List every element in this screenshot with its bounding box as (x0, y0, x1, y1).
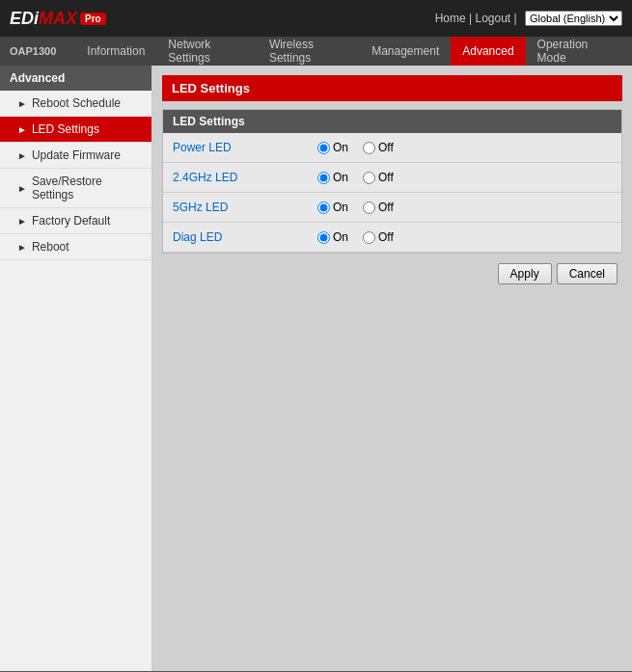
ghz5-led-off-label[interactable]: Off (363, 201, 394, 214)
sidebar-item-update-firmware[interactable]: ► Update Firmware (0, 143, 151, 169)
header: EDiMAX Pro Home | Logout | Global (Engli… (0, 0, 632, 37)
apply-button[interactable]: Apply (498, 263, 552, 284)
power-led-off-radio[interactable] (363, 142, 375, 154)
table-row: 5GHz LED On Off (163, 193, 621, 223)
arrow-icon: ► (17, 183, 27, 194)
section-title: LED Settings (163, 110, 621, 133)
ghz24-led-on-radio[interactable] (317, 172, 330, 184)
table-row: Power LED On Off (163, 133, 621, 163)
ghz24-led-label: 2.4GHz LED (163, 163, 308, 193)
home-link[interactable]: Home (435, 12, 466, 25)
nav-wireless-settings[interactable]: Wireless Settings (258, 37, 360, 66)
table-row: Diag LED On Off (163, 223, 621, 253)
led-settings-box: LED Settings Power LED On Off (162, 109, 622, 254)
power-led-on-label[interactable]: On (317, 141, 348, 154)
header-links: Home | Logout | Global (English) (435, 11, 622, 26)
diag-led-label: Diag LED (163, 223, 308, 253)
cancel-button[interactable]: Cancel (557, 263, 618, 284)
sidebar-item-reboot[interactable]: ► Reboot (0, 234, 151, 260)
ghz5-led-off-radio[interactable] (363, 202, 375, 214)
ghz24-led-off-label[interactable]: Off (363, 171, 394, 184)
action-row: Apply Cancel (162, 263, 622, 284)
arrow-icon: ► (17, 150, 27, 161)
page-title: LED Settings (162, 75, 622, 101)
diag-led-off-radio[interactable] (363, 231, 375, 244)
sidebar: Advanced ► Reboot Schedule ► LED Setting… (0, 66, 152, 671)
nav-management[interactable]: Management (360, 37, 451, 66)
sidebar-item-led-settings[interactable]: ► LED Settings (0, 117, 151, 143)
ghz5-led-controls: On Off (308, 193, 621, 223)
logo-edimax: EDiMAX (10, 9, 77, 29)
ghz5-led-on-label[interactable]: On (317, 201, 348, 214)
content-area: LED Settings LED Settings Power LED On O… (152, 66, 632, 671)
arrow-icon: ► (17, 124, 27, 135)
diag-led-controls: On Off (308, 223, 621, 253)
diag-led-on-label[interactable]: On (317, 230, 348, 244)
ghz5-led-on-radio[interactable] (317, 202, 330, 214)
led-table: Power LED On Off 2.4GHz LED (163, 133, 621, 253)
ghz24-led-on-label[interactable]: On (317, 171, 348, 184)
sidebar-item-save-restore[interactable]: ► Save/Restore Settings (0, 169, 151, 208)
logo: EDiMAX Pro (10, 9, 106, 29)
device-name: OAP1300 (10, 45, 56, 57)
arrow-icon: ► (17, 242, 27, 253)
main: Advanced ► Reboot Schedule ► LED Setting… (0, 66, 632, 671)
power-led-controls: On Off (308, 133, 621, 163)
power-led-off-label[interactable]: Off (363, 141, 394, 154)
nav-advanced[interactable]: Advanced (451, 37, 525, 66)
nav-network-settings[interactable]: Network Settings (156, 37, 258, 66)
arrow-icon: ► (17, 98, 27, 109)
sidebar-header: Advanced (0, 66, 151, 91)
power-led-on-radio[interactable] (317, 142, 330, 154)
arrow-icon: ► (17, 216, 27, 227)
nav-operation-mode[interactable]: Operation Mode (526, 37, 622, 66)
diag-led-off-label[interactable]: Off (363, 230, 394, 244)
nav-information[interactable]: Information (75, 37, 156, 66)
sidebar-item-factory-default[interactable]: ► Factory Default (0, 208, 151, 234)
logo-pro: Pro (80, 13, 106, 25)
table-row: 2.4GHz LED On Off (163, 163, 621, 193)
ghz24-led-controls: On Off (308, 163, 621, 193)
logout-link[interactable]: Logout (476, 12, 511, 25)
sidebar-item-reboot-schedule[interactable]: ► Reboot Schedule (0, 91, 151, 117)
language-select[interactable]: Global (English) (525, 11, 622, 26)
power-led-label: Power LED (163, 133, 308, 163)
ghz5-led-label: 5GHz LED (163, 193, 308, 223)
ghz24-led-off-radio[interactable] (363, 172, 375, 184)
diag-led-on-radio[interactable] (317, 231, 330, 244)
nav: OAP1300 Information Network Settings Wir… (0, 37, 632, 66)
